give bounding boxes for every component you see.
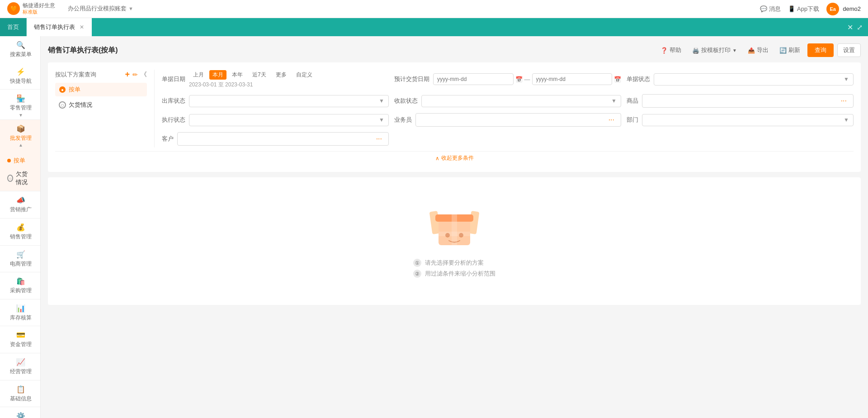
- status-select-wrapper: ▼: [654, 73, 854, 86]
- retail-icon: 🏪: [16, 94, 25, 103]
- add-scheme-button[interactable]: +: [125, 70, 130, 79]
- edit-scheme-button[interactable]: ✏: [132, 71, 138, 78]
- product-more-button[interactable]: ···: [839, 97, 849, 105]
- app-download-button[interactable]: 📱 App下载: [788, 5, 819, 13]
- empty-state: ① 请先选择要分析的方案 ② 用过滤条件来缩小分析范围: [48, 177, 861, 305]
- last-month-btn[interactable]: 上月: [189, 70, 208, 80]
- print-button[interactable]: 🖨️ 按模板打印 ▼: [689, 44, 741, 56]
- tab-home[interactable]: 首页: [0, 18, 27, 36]
- help-button[interactable]: ❓ 帮助: [657, 44, 685, 56]
- download-icon: 📱: [788, 5, 795, 12]
- user-profile[interactable]: Ea demo2: [826, 3, 861, 15]
- status-select[interactable]: [654, 73, 854, 86]
- expand-icon[interactable]: ⤢: [857, 23, 863, 32]
- tip-2-number: ②: [413, 270, 421, 278]
- sidebar-item-system[interactable]: ⚙️ 系统管理: [0, 407, 40, 418]
- sidebar: 🔍 搜索菜单 ⚡ 快捷导航 🏪 零售管理 ▼ 📦 批发管理 ▲: [0, 36, 41, 418]
- customer-more-button[interactable]: ···: [374, 135, 384, 143]
- sidebar-item-sales-mgmt[interactable]: 💰 销售管理: [0, 218, 40, 245]
- tab-bar: 首页 销售订单执行表 ✕ ✕ ⤢: [0, 18, 868, 36]
- expected-date-end[interactable]: [532, 73, 613, 85]
- expected-date-start[interactable]: [433, 73, 514, 85]
- scheme-item-欠货[interactable]: ○ 欠货情况: [55, 98, 147, 112]
- salesperson-more-button[interactable]: ···: [607, 116, 616, 124]
- sidebar-item-finance[interactable]: 💳 资金管理: [0, 326, 40, 353]
- sidebar-item-search[interactable]: 🔍 搜索菜单: [0, 36, 40, 63]
- sidebar-item-retail[interactable]: 🏪 零售管理 ▼: [0, 90, 40, 119]
- chevron-up-icon: ▲: [19, 142, 23, 147]
- dept-select-wrapper: ▼: [642, 114, 854, 126]
- sidebar-item-inventory[interactable]: 📊 库存核算: [0, 299, 40, 326]
- quicknav-icon: ⚡: [16, 67, 25, 76]
- expected-date-label: 预计交货日期: [394, 75, 429, 83]
- sidebar-item-label: 库存核算: [10, 314, 32, 322]
- sidebar-item-quick-nav[interactable]: ⚡ 快捷导航: [0, 63, 40, 90]
- exec-status-select[interactable]: [189, 114, 389, 126]
- salesperson-input-wrapper[interactable]: ···: [415, 113, 621, 127]
- tip-2-text: 用过滤条件来缩小分析范围: [425, 270, 495, 278]
- refresh-button[interactable]: 🔄 刷新: [776, 44, 804, 56]
- collapse-sidebar-button[interactable]: 《: [141, 71, 147, 79]
- breadcrumb-text: 办公用品行业模拟账套: [68, 5, 127, 13]
- svg-text:●: ●: [61, 87, 64, 92]
- sidebar-item-ecom[interactable]: 🛒 电商管理: [0, 246, 40, 272]
- breadcrumb[interactable]: 办公用品行业模拟账套 ▼: [68, 5, 133, 13]
- sidebar-section-inventory: 📊 库存核算: [0, 299, 40, 326]
- message-icon: 💬: [760, 5, 767, 12]
- dept-select[interactable]: [642, 114, 854, 126]
- header-right: 💬 消息 📱 App下载 Ea demo2: [760, 3, 861, 15]
- dept-filter: 部门 ▼: [627, 114, 854, 126]
- sidebar-nav-按单[interactable]: 按单: [4, 154, 37, 167]
- sidebar-item-label: 批发管理: [10, 135, 32, 142]
- sidebar-nav-label: 按单: [14, 157, 25, 165]
- stock-status-label: 出库状态: [162, 97, 185, 105]
- sidebar-item-basic-info[interactable]: 📋 基础信息: [0, 380, 40, 407]
- sidebar-item-purchase[interactable]: 🛍️ 采购管理: [0, 272, 40, 299]
- message-button[interactable]: 💬 消息: [760, 5, 781, 13]
- tab-sales-order[interactable]: 销售订单执行表 ✕: [27, 18, 92, 36]
- inactive-scheme-icon: ○: [59, 101, 66, 109]
- help-icon: ❓: [660, 47, 668, 54]
- sidebar-item-wholesale[interactable]: 📦 批发管理 ▲: [0, 120, 40, 152]
- close-icon[interactable]: ✕: [80, 24, 84, 30]
- product-input-wrapper[interactable]: ···: [642, 94, 854, 108]
- close-window-icon[interactable]: ✕: [847, 23, 853, 32]
- customer-filter: 客户 ···: [162, 132, 389, 146]
- svg-rect-8: [439, 232, 470, 236]
- logo-text-block: 畅捷通好生意 标准版: [23, 2, 55, 15]
- customer-input-wrapper[interactable]: ···: [177, 132, 389, 146]
- settings-button[interactable]: 设置: [837, 43, 861, 57]
- sidebar-item-operations[interactable]: 📈 经营管理: [0, 353, 40, 380]
- dept-label: 部门: [627, 116, 638, 124]
- export-button[interactable]: 📤 导出: [744, 44, 772, 56]
- custom-btn[interactable]: 自定义: [292, 70, 316, 80]
- date-filter-controls: 上月 本月 本年 近7天 更多 自定义 2023-03-01 至 2023-03…: [189, 70, 389, 89]
- query-button[interactable]: 查询: [807, 43, 834, 57]
- filter-sidebar-header: 按以下方案查询 + ✏ 《: [55, 70, 147, 79]
- app-logo: 🧡: [7, 2, 20, 15]
- this-year-btn[interactable]: 本年: [228, 70, 247, 80]
- filter-panel: 按以下方案查询 + ✏ 《 ● 按单: [48, 62, 861, 172]
- svg-point-10: [459, 233, 463, 238]
- sidebar-item-marketing[interactable]: 📣 营销推广: [0, 191, 40, 218]
- svg-rect-6: [452, 214, 457, 222]
- collection-status-select[interactable]: [421, 95, 621, 107]
- tip-1-text: 请先选择要分析的方案: [425, 259, 484, 267]
- more-btn[interactable]: 更多: [272, 70, 291, 80]
- page-content: 销售订单执行表(按单) ❓ 帮助 🖨️ 按模板打印 ▼ 📤 导出: [41, 36, 868, 418]
- collapse-filter-button[interactable]: ∧ 收起更多条件: [55, 151, 854, 165]
- sidebar-item-label: 采购管理: [10, 287, 32, 294]
- sidebar-item-label: 销售管理: [10, 233, 32, 241]
- expected-date-filter: 预计交货日期 📅 — 📅: [394, 73, 621, 85]
- chevron-up-icon: ∧: [435, 155, 439, 162]
- page-actions: ❓ 帮助 🖨️ 按模板打印 ▼ 📤 导出 🔄 刷新: [657, 43, 861, 57]
- export-icon: 📤: [748, 47, 755, 54]
- ecom-icon: 🛒: [16, 250, 25, 259]
- scheme-item-单[interactable]: ● 按单: [55, 83, 147, 96]
- top-header: 🧡 畅捷通好生意 标准版 办公用品行业模拟账套 ▼ 💬 消息 📱 App下载 E…: [0, 0, 868, 18]
- this-month-btn[interactable]: 本月: [209, 70, 226, 80]
- stock-status-select[interactable]: [189, 95, 389, 107]
- empty-illustration: [427, 204, 481, 250]
- last7-btn[interactable]: 近7天: [248, 70, 270, 80]
- sidebar-nav-欠货情况[interactable]: ○ 欠货情况: [4, 167, 37, 189]
